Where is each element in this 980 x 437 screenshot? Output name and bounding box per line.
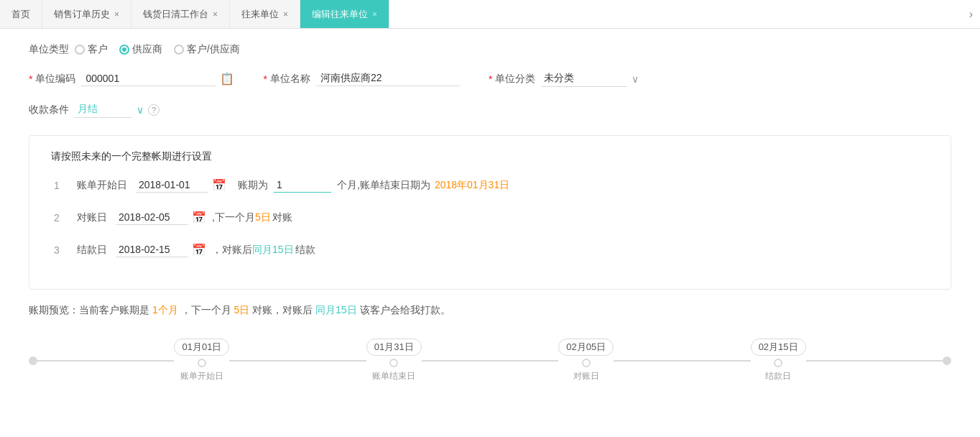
tab-arrow[interactable]: › [962, 0, 980, 28]
unit-info-row: * 单位编码 📋 * 单位名称 * 单位分类 未分类 ∨ [29, 70, 951, 87]
radio-both-circle [174, 45, 184, 55]
payment-terms-label: 收款条件 [29, 104, 69, 116]
timeline-dot-2 [389, 359, 398, 367]
timeline-end-dot [943, 356, 951, 365]
timeline-badge-2: 01月31日 [366, 339, 422, 356]
timeline-start-dot [29, 356, 37, 365]
timeline-node-1: 01月01日 账单开始日 [174, 339, 229, 382]
row-2-number: 2 [51, 212, 63, 224]
unit-classify-value: 未分类 [541, 70, 627, 87]
payment-prefix: ，对账后 [212, 244, 252, 257]
unit-name-label: 单位名称 [270, 73, 310, 86]
preview-15: 同月15日 [315, 304, 357, 316]
timeline-dot-4 [774, 359, 782, 367]
reconcile-date-input[interactable] [116, 210, 188, 225]
timeline-line-5 [806, 360, 943, 362]
payment-post: 结款 [295, 244, 315, 257]
tab-cash-work-close[interactable]: × [213, 9, 218, 19]
unit-classify-dropdown-icon[interactable]: ∨ [632, 73, 639, 85]
tab-cash-work[interactable]: 钱货日清工作台 × [131, 0, 230, 28]
tab-partner[interactable]: 往来单位 × [230, 0, 300, 28]
row-2-label: 对账日 [77, 211, 107, 224]
payment-date-calendar-icon[interactable]: 📅 [192, 243, 206, 257]
end-date-text: 2018年01月31日 [435, 179, 509, 192]
tab-edit-partner-label: 编辑往来单位 [312, 8, 368, 21]
unit-classify-star: * [489, 73, 492, 85]
radio-supplier[interactable]: 供应商 [119, 43, 162, 56]
payment-highlight: 同月15日 [252, 244, 294, 257]
preview-5: 5日 [234, 304, 249, 316]
timeline-badge-1: 01月01日 [174, 339, 229, 356]
timeline-sublabel-3: 对账日 [573, 370, 599, 382]
reconcile-prefix: ,下一个月 [212, 211, 255, 224]
help-icon[interactable]: ? [148, 104, 160, 116]
tab-partner-label: 往来单位 [241, 8, 279, 21]
row-3-label: 结款日 [77, 244, 107, 257]
radio-customer[interactable]: 客户 [75, 43, 108, 56]
preview-pre: 账期预览：当前客户账期是 [29, 304, 149, 316]
payment-terms-value: 月结 [75, 101, 132, 118]
period-input[interactable] [274, 178, 331, 193]
timeline-line-3 [422, 360, 558, 362]
row-3-number: 3 [51, 244, 63, 256]
timeline-line-1 [37, 360, 174, 362]
radio-supplier-circle [119, 45, 129, 55]
tab-home-label: 首页 [11, 8, 30, 21]
row-1-label: 账单开始日 [77, 179, 127, 192]
tab-home[interactable]: 首页 [0, 0, 42, 28]
radio-group: 客户 供应商 客户/供应商 [75, 43, 240, 56]
timeline-dot-1 [198, 359, 206, 367]
tab-sales-order-history[interactable]: 销售订单历史 × [42, 0, 131, 28]
tab-partner-close[interactable]: × [283, 9, 288, 19]
unit-classify-field: * 单位分类 未分类 ∨ [489, 70, 639, 87]
tab-bar: 首页 销售订单历史 × 钱货日清工作台 × 往来单位 × 编辑往来单位 × › [0, 0, 980, 29]
radio-both-label: 客户/供应商 [187, 43, 240, 56]
timeline-line-2 [229, 360, 366, 362]
period-label: 账期为 [238, 179, 268, 192]
section-title: 请按照未来的一个完整帐期进行设置 [51, 150, 929, 163]
unit-code-label: 单位编码 [35, 73, 75, 86]
timeline-sublabel-4: 结款日 [765, 370, 791, 382]
radio-supplier-label: 供应商 [132, 43, 162, 56]
account-period-section: 请按照未来的一个完整帐期进行设置 1 账单开始日 📅 账期为 个月,账单结束日期… [29, 135, 951, 290]
unit-type-label: 单位类型 [29, 43, 69, 56]
unit-name-field: * 单位名称 [263, 71, 459, 86]
unit-name-star: * [263, 73, 267, 85]
timeline-badge-4: 02月15日 [751, 339, 806, 356]
payment-date-input[interactable] [116, 242, 188, 257]
unit-code-field: * 单位编码 📋 [29, 71, 234, 86]
radio-customer-circle [75, 45, 85, 55]
timeline-node-3: 02月05日 对账日 [558, 339, 614, 382]
radio-both[interactable]: 客户/供应商 [174, 43, 240, 56]
preview-end: 该客户会给我打款。 [360, 304, 450, 316]
unit-name-input[interactable] [316, 71, 460, 86]
unit-code-star: * [29, 73, 32, 85]
preview-mid2: 对账，对账后 [252, 304, 313, 316]
start-date-input[interactable] [136, 178, 208, 193]
timeline-sublabel-2: 账单结束日 [372, 370, 415, 382]
timeline-badge-3: 02月05日 [558, 339, 614, 356]
timeline: 01月01日 账单开始日 01月31日 账单结束日 02月05日 对账日 02月… [29, 331, 951, 397]
payment-terms-field: 收款条件 月结 ∨ ? [29, 101, 160, 118]
main-content: 单位类型 客户 供应商 客户/供应商 * 单位编码 [0, 29, 980, 437]
unit-type-field: 单位类型 客户 供应商 客户/供应商 [29, 43, 240, 56]
timeline-sublabel-1: 账单开始日 [180, 370, 223, 382]
reconcile-highlight: 5日 [255, 211, 271, 224]
payment-terms-dropdown-icon[interactable]: ∨ [137, 104, 144, 116]
start-date-calendar-icon[interactable]: 📅 [212, 178, 226, 192]
radio-customer-label: 客户 [88, 43, 108, 56]
account-payment-row: 3 结款日 📅 ，对账后 同月15日 结款 [51, 242, 929, 257]
unit-code-input[interactable] [81, 71, 216, 86]
preview-1-month: 1个月 [152, 304, 178, 316]
preview-text: 账期预览：当前客户账期是 1个月 ，下一个月 5日 对账，对账后 同月15日 该… [29, 304, 951, 317]
timeline-line-4 [614, 360, 750, 362]
unit-code-icon[interactable]: 📋 [220, 72, 234, 86]
account-start-row: 1 账单开始日 📅 账期为 个月,账单结束日期为 2018年01月31日 [51, 178, 929, 193]
payment-terms-row: 收款条件 月结 ∨ ? [29, 101, 951, 118]
tab-edit-partner[interactable]: 编辑往来单位 × [300, 0, 389, 28]
tab-edit-partner-close[interactable]: × [372, 9, 377, 19]
tab-sales-order-history-label: 销售订单历史 [54, 8, 110, 21]
timeline-dot-3 [582, 359, 591, 367]
reconcile-date-calendar-icon[interactable]: 📅 [192, 211, 206, 224]
tab-sales-order-history-close[interactable]: × [114, 9, 119, 19]
